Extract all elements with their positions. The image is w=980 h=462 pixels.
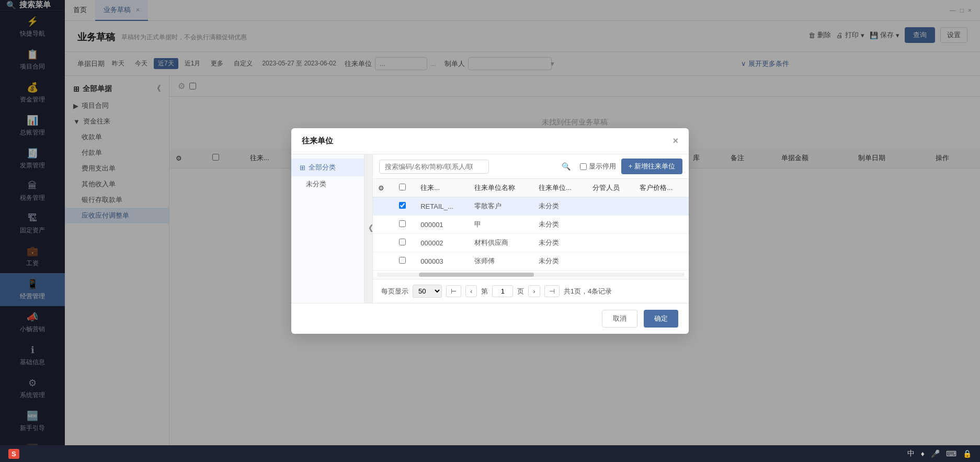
row-code: 000001 — [415, 216, 469, 234]
modal-title: 往来单位 — [302, 136, 333, 146]
modal-confirm-button[interactable]: 确定 — [644, 310, 678, 328]
row-select-checkbox[interactable] — [399, 202, 406, 209]
row-settings — [373, 216, 394, 234]
modal-search-wrapper: 🔍 — [379, 160, 575, 174]
table-row[interactable]: 000002 材料供应商 未分类 — [373, 234, 689, 252]
total-records: 共1页，4条记录 — [564, 287, 612, 296]
page-suffix: 页 — [517, 287, 524, 296]
row-select-checkbox[interactable] — [399, 239, 406, 245]
row-settings — [373, 197, 394, 216]
taskbar-keyboard-icon[interactable]: ⌨ — [946, 449, 956, 458]
modal-table: ⚙ 往来... 往来单位名称 往来单位... 分管人员 客户价格... — [373, 179, 689, 271]
row-manager — [587, 234, 634, 252]
page-number-input[interactable] — [492, 285, 513, 297]
page-last-btn[interactable]: ⊣ — [544, 285, 560, 297]
row-price — [634, 197, 689, 216]
modal-table-area: ⚙ 往来... 往来单位名称 往来单位... 分管人员 客户价格... — [373, 179, 689, 271]
modal-overlay[interactable]: 往来单位 × ⊞ 全部分类 未分类 《 — [0, 0, 980, 462]
row-checkbox — [394, 252, 415, 271]
modal-th-category: 往来单位... — [533, 179, 588, 197]
modal-toolbar: 🔍 显示停用 + 新增往来单位 — [373, 154, 689, 179]
row-price — [634, 216, 689, 234]
row-name: 零散客户 — [469, 197, 533, 216]
row-category: 未分类 — [533, 234, 588, 252]
row-settings — [373, 234, 394, 252]
row-category: 未分类 — [533, 197, 588, 216]
modal-close-btn[interactable]: × — [673, 136, 678, 147]
row-code: RETAIL_... — [415, 197, 469, 216]
modal-th-manager: 分管人员 — [587, 179, 634, 197]
table-row[interactable]: RETAIL_... 零散客户 未分类 — [373, 197, 689, 216]
taskbar: S 中 ♦ 🎤 ⌨ 🔒 — [0, 445, 980, 462]
modal-select-all[interactable] — [399, 184, 406, 190]
row-category: 未分类 — [533, 252, 588, 271]
collapse-icon: 《 — [364, 223, 373, 234]
modal-main: 🔍 显示停用 + 新增往来单位 ⚙ — [373, 154, 689, 303]
row-code: 000002 — [415, 234, 469, 252]
row-price — [634, 234, 689, 252]
modal-th-name: 往来单位名称 — [469, 179, 533, 197]
modal-search-input[interactable] — [379, 160, 489, 174]
row-price — [634, 252, 689, 271]
modal-th-settings: ⚙ — [373, 179, 394, 197]
row-code: 000003 — [415, 252, 469, 271]
page-next-btn[interactable]: › — [528, 285, 540, 297]
show-disabled-checkbox[interactable] — [580, 163, 587, 170]
table-row[interactable]: 000001 甲 未分类 — [373, 216, 689, 234]
taskbar-diamond-icon[interactable]: ♦ — [921, 449, 925, 458]
modal-header: 往来单位 × — [291, 128, 689, 154]
taskbar-logo: S — [8, 449, 19, 459]
taskbar-zh-icon[interactable]: 中 — [907, 449, 915, 458]
row-checkbox — [394, 234, 415, 252]
modal-pagination: 每页显示 50 20 100 ⊢ ‹ 第 页 › ⊣ 共1页，4条记录 — [373, 279, 689, 303]
show-disabled-label[interactable]: 显示停用 — [580, 162, 616, 171]
modal-body: ⊞ 全部分类 未分类 《 🔍 — [291, 154, 689, 303]
row-manager — [587, 252, 634, 271]
modal-sidebar-collapse-btn[interactable]: 《 — [364, 154, 373, 303]
add-partner-button[interactable]: + 新增往来单位 — [621, 159, 682, 174]
modal-sidebar-all-categories[interactable]: ⊞ 全部分类 — [291, 159, 364, 176]
per-page-select[interactable]: 50 20 100 — [413, 285, 442, 298]
row-manager — [587, 197, 634, 216]
modal-sidebar-uncategorized[interactable]: 未分类 — [291, 176, 364, 192]
modal-sidebar: ⊞ 全部分类 未分类 — [291, 154, 364, 303]
modal-cancel-button[interactable]: 取消 — [602, 310, 637, 328]
modal-th-price: 客户价格... — [634, 179, 689, 197]
row-select-checkbox[interactable] — [399, 257, 406, 264]
page-first-btn[interactable]: ⊢ — [446, 285, 461, 297]
modal-footer: 取消 确定 — [291, 303, 689, 334]
row-name: 张师傅 — [469, 252, 533, 271]
modal-partner: 往来单位 × ⊞ 全部分类 未分类 《 — [291, 128, 689, 334]
page-label: 第 — [481, 287, 488, 296]
horizontal-scrollbar[interactable] — [377, 273, 685, 277]
row-manager — [587, 216, 634, 234]
taskbar-mic-icon[interactable]: 🎤 — [931, 449, 940, 458]
scrollbar-thumb[interactable] — [419, 273, 534, 277]
row-name: 材料供应商 — [469, 234, 533, 252]
per-page-label: 每页显示 — [381, 287, 408, 296]
modal-th-code: 往来... — [415, 179, 469, 197]
page-prev-btn[interactable]: ‹ — [465, 285, 477, 297]
table-row[interactable]: 000003 张师傅 未分类 — [373, 252, 689, 271]
row-checkbox — [394, 197, 415, 216]
taskbar-items: 中 ♦ 🎤 ⌨ 🔒 — [907, 449, 972, 458]
modal-th-checkbox — [394, 179, 415, 197]
modal-search-icon: 🔍 — [562, 162, 571, 171]
row-select-checkbox[interactable] — [399, 220, 406, 227]
row-name: 甲 — [469, 216, 533, 234]
row-checkbox — [394, 216, 415, 234]
row-category: 未分类 — [533, 216, 588, 234]
taskbar-lock-icon[interactable]: 🔒 — [963, 449, 972, 458]
row-settings — [373, 252, 394, 271]
grid-icon-small: ⊞ — [300, 164, 305, 172]
